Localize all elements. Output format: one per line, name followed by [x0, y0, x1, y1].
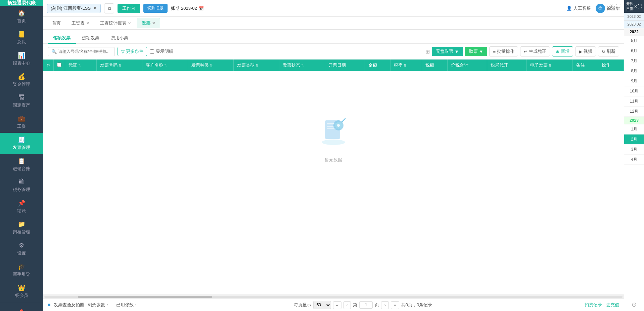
tab-salary-table[interactable]: 工资表 ✕	[66, 18, 94, 28]
th-tax-rate[interactable]: 税率⇅	[390, 60, 422, 71]
no-ticket-button[interactable]: 无盘取票 ▼	[432, 47, 463, 56]
th-invoice-type[interactable]: 发票种类⇅	[188, 60, 234, 71]
search-input[interactable]	[58, 49, 111, 54]
company-selector[interactable]: (勿删) 江西股宝-LSS ▼	[47, 4, 101, 13]
month-2022-8[interactable]: 8月	[624, 66, 644, 76]
month-2022-12[interactable]: 12月	[624, 107, 644, 117]
subtab-purchase-invoice[interactable]: 进项发票	[77, 33, 105, 44]
th-invoice-category[interactable]: 发票类型⇅	[234, 60, 279, 71]
grid-layout-icon[interactable]: ⊞	[425, 48, 430, 55]
calendar-icon[interactable]: 📅	[198, 6, 204, 11]
th-checkbox[interactable]	[54, 60, 65, 71]
new-label: 新增	[561, 48, 569, 54]
search-box[interactable]: 🔍	[48, 47, 115, 56]
recharge-link[interactable]: 去充值	[606, 302, 619, 308]
maximize-window-icon[interactable]: ⛶	[616, 3, 620, 8]
next-page-button[interactable]: ›	[381, 301, 388, 309]
month-2023-1[interactable]: 1月	[624, 124, 644, 134]
month-2023-4[interactable]: 4月	[624, 155, 644, 165]
month-2023-2[interactable]: 2月	[624, 134, 644, 145]
last-page-button[interactable]: »	[391, 301, 399, 309]
th-voucher[interactable]: 凭证⇅	[65, 60, 97, 71]
workspace-button[interactable]: 工作台	[118, 4, 140, 13]
th-invoice-no[interactable]: 发票号码⇅	[96, 60, 142, 71]
page-input[interactable]	[359, 301, 373, 309]
month-2022-11[interactable]: 11月	[624, 96, 644, 107]
show-detail-checkbox[interactable]: 显示明细	[150, 48, 173, 54]
sidebar-item-label: 报表中心	[13, 60, 30, 66]
sidebar-item-home[interactable]: 🏠 首页	[0, 6, 43, 27]
sidebar-item-label: 总账	[17, 39, 26, 45]
sidebar-item-settings[interactable]: ⚙ 设置	[0, 238, 43, 260]
close-window-icon[interactable]: ✕	[610, 3, 613, 8]
sidebar-item-label: 设置	[17, 250, 26, 256]
prev-page-button[interactable]: ‹	[343, 301, 351, 309]
expand-right-panel-icon[interactable]: ⛶	[638, 4, 642, 9]
month-2022-10[interactable]: 10月	[624, 86, 644, 96]
ticket-button[interactable]: 取票 ▼	[465, 47, 488, 56]
horizontal-scrollbar[interactable]	[43, 295, 624, 299]
toolbar-left: 🔍 ▽ 更多条件 显示明细	[48, 47, 423, 56]
select-all-checkbox[interactable]	[57, 63, 61, 67]
scroll-down-icon[interactable]: ⊙	[632, 301, 637, 308]
filter-button[interactable]: ▽ 更多条件	[118, 47, 147, 56]
th-settings[interactable]: ⚙	[43, 60, 54, 71]
tab-salary-stats[interactable]: 工资统计报表 ✕	[95, 18, 136, 28]
bottom-bar: 发票查验及拍照 剩余张数： 已用张数： 每页显示 20 50 100 « ‹ 第…	[43, 299, 624, 311]
sidebar-item-ledger[interactable]: 📒 总账	[0, 27, 43, 48]
sidebar-item-fund[interactable]: 💰 资金管理	[0, 70, 43, 91]
month-2023-3[interactable]: 3月	[624, 145, 644, 155]
first-page-button[interactable]: «	[333, 301, 341, 309]
selected-date-1[interactable]: 2023.02	[624, 13, 644, 21]
asset-icon: 🏗	[18, 94, 25, 101]
close-tab-icon[interactable]: ✕	[152, 21, 155, 26]
sidebar-pin[interactable]: 📍 取消固定	[0, 302, 43, 311]
sidebar-item-tax[interactable]: 🏛 税务管理	[0, 175, 43, 196]
sidebar-item-purchase[interactable]: 📋 进销台账	[0, 154, 43, 175]
th-e-invoice[interactable]: 电子发票⇅	[527, 60, 572, 71]
th-status[interactable]: 发票状态⇅	[279, 60, 325, 71]
new-button[interactable]: ⊕ 新增	[552, 46, 573, 56]
gen-voucher-button[interactable]: ↩ 生成凭证	[520, 46, 550, 56]
scroll-track[interactable]	[44, 296, 623, 298]
selected-date-2[interactable]: 2023.02	[624, 21, 644, 28]
close-tab-icon[interactable]: ✕	[86, 21, 89, 26]
page-size-select[interactable]: 20 50 100	[313, 301, 331, 309]
close-right-panel-icon[interactable]: ✕	[634, 4, 638, 9]
scroll-thumb[interactable]	[78, 296, 212, 298]
sidebar-item-salary[interactable]: 💼 工资	[0, 112, 43, 133]
fee-record-link[interactable]: 扣费记录	[585, 302, 602, 308]
pagination: 每页显示 20 50 100 « ‹ 第 页 › » 共0页，0条记录	[294, 301, 432, 309]
support-link[interactable]: 👤 人工客服	[566, 5, 591, 11]
ledger-icon: 📒	[18, 31, 25, 38]
sidebar-item-guide[interactable]: 🎓 新手引导	[0, 260, 43, 281]
tabbar: 首页 工资表 ✕ 工资统计报表 ✕ 发票 ✕	[43, 17, 624, 30]
sidebar-item-asset[interactable]: 🏗 固定资产	[0, 91, 43, 112]
copy-icon: ⧉	[108, 6, 111, 11]
close-tab-icon[interactable]: ✕	[128, 21, 131, 26]
month-2022-5[interactable]: 5月	[624, 36, 644, 46]
th-customer[interactable]: 客户名称⇅	[142, 60, 188, 71]
tab-invoice[interactable]: 发票 ✕	[137, 18, 160, 28]
month-2022-7[interactable]: 7月	[624, 56, 644, 66]
sidebar-item-archive[interactable]: 📁 归档管理	[0, 217, 43, 238]
sidebar-item-close[interactable]: 📌 结账	[0, 196, 43, 217]
month-2022-6[interactable]: 6月	[624, 46, 644, 56]
tab-home[interactable]: 首页	[47, 18, 66, 28]
sidebar-item-invoice[interactable]: 🧾 发票管理	[0, 133, 43, 154]
copy-btn[interactable]: ⧉	[104, 3, 114, 13]
sidebar: 畅捷通易代账 🏠 首页 📒 总账 📊 报表中心 💰 资金管理 🏗 固定资产 💼 …	[0, 0, 43, 311]
pin-label[interactable]: 📍 取消固定	[0, 306, 43, 311]
detail-checkbox[interactable]	[150, 49, 154, 54]
subtab-expense-receipt[interactable]: 费用小票	[105, 33, 134, 44]
sidebar-item-report[interactable]: 📊 报表中心	[0, 48, 43, 70]
subtab-sales-invoice[interactable]: 销项发票	[48, 33, 76, 44]
month-2022-9[interactable]: 9月	[624, 76, 644, 86]
switch-version-button[interactable]: 切到旧版	[143, 4, 168, 13]
refresh-button[interactable]: ↻ 刷新	[598, 46, 619, 56]
batch-op-button[interactable]: ≡ 批量操作	[489, 46, 518, 56]
video-button[interactable]: ▶ 视频	[575, 46, 596, 56]
sidebar-item-vip[interactable]: 👑 畅会员	[0, 281, 43, 302]
sidebar-item-label: 资金管理	[13, 81, 30, 87]
page-label: 第	[353, 302, 357, 308]
